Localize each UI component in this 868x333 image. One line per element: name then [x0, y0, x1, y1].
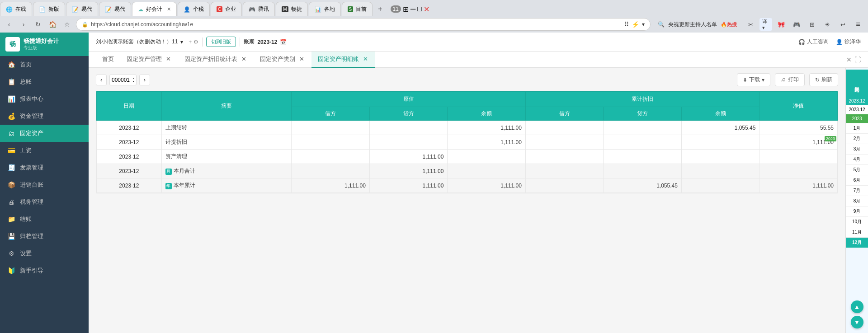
table-row: 2023-12 年本年累计 1,111.00 1,111.00 1,111.00… [97, 178, 838, 193]
tab-asset-category-close[interactable]: ✕ [298, 56, 305, 63]
period-month-1[interactable]: 1月 [846, 123, 868, 134]
download-button[interactable]: ⬇ 下载 ▾ [737, 73, 770, 86]
period-month-7[interactable]: 7月 [846, 186, 868, 196]
url-bar[interactable]: 🔒 https://cloud.chanjet.com/accounting/u… [76, 18, 651, 31]
period-2023-12-first[interactable]: 2023.12 [846, 97, 868, 105]
cell-orig-balance: 1,111.00 [448, 135, 526, 150]
sidebar-item-settings[interactable]: ⚙ 设置 [0, 245, 89, 262]
tab-fixed-assets-mgmt[interactable]: 固定资产管理 ✕ [120, 52, 178, 68]
close-all-icon[interactable]: ✕ [846, 56, 852, 63]
tab-depreciation-stats-close[interactable]: ✕ [240, 56, 247, 63]
new-tab-button[interactable]: + [373, 2, 387, 16]
browser-tab-yidai2[interactable]: 📝 易代 [99, 2, 131, 16]
cell-dep-credit [604, 135, 682, 150]
browser-tab-yidai1[interactable]: 📝 易代 [66, 2, 98, 16]
fullscreen-icon[interactable]: ⛶ [854, 56, 861, 63]
period-month-5[interactable]: 5月 [846, 165, 868, 175]
company-selector[interactable]: 刘小艳演示账套（勿删勿动！）11 ▾ [96, 38, 183, 46]
period-month-11[interactable]: 11月 [846, 227, 868, 238]
browser-tab-qiye[interactable]: C 企业 [211, 2, 242, 16]
tab-asset-category[interactable]: 固定资产类别 ✕ [254, 52, 311, 68]
next-page-button[interactable]: › [139, 75, 150, 85]
page-number-input[interactable] [109, 75, 137, 85]
game-icon[interactable]: 🎮 [790, 18, 803, 31]
period-2023-12-second[interactable]: 2023.12 [846, 105, 868, 114]
wallet-icon[interactable]: 🎀 [775, 18, 788, 31]
tab-fixed-assets-mgmt-close[interactable]: ✕ [165, 56, 172, 63]
tab-asset-detail-close[interactable]: ✕ [362, 56, 369, 63]
browser-tab-new[interactable]: 📄 新版 [33, 2, 65, 16]
cell-date: 2023-12 [97, 135, 162, 150]
headset-icon: 🎧 [798, 39, 805, 45]
browser-tab-tencent[interactable]: 🎮 腾讯 [243, 2, 275, 16]
scroll-up-button[interactable]: ▲ [851, 300, 863, 313]
browser-tab-changjie[interactable]: M 畅捷 [276, 2, 307, 16]
qr-icon[interactable]: ⠿ [624, 21, 629, 28]
sidebar-item-funds[interactable]: 💰 资金管理 [0, 108, 89, 125]
browser-tab-geshui[interactable]: 👤 个税 [178, 2, 210, 16]
tax-icon: 🖨 [7, 198, 15, 206]
refresh-button[interactable]: ↻ [33, 19, 43, 30]
maximize-icon[interactable]: □ [417, 5, 422, 13]
prev-page-button[interactable]: ‹ [96, 75, 107, 85]
browser-tab-gedi[interactable]: 📊 各地 [309, 2, 341, 16]
brightness-icon[interactable]: ☀ [821, 18, 834, 31]
scissors-icon[interactable]: ✂ [744, 18, 757, 31]
browser-close-icon[interactable]: ✕ [424, 5, 429, 14]
minimize-icon[interactable]: ─ [410, 5, 415, 13]
menu-icon[interactable]: ≡ [852, 18, 864, 31]
bookmark-button[interactable]: ☆ [61, 19, 72, 30]
sidebar-item-tax[interactable]: 🖨 税务管理 [0, 193, 89, 211]
sidebar-item-guide[interactable]: 🔰 新手引导 [0, 262, 89, 279]
tab-close-icon[interactable]: ✕ [167, 6, 171, 12]
forward-button[interactable]: › [18, 19, 29, 30]
sidebar-item-close-period[interactable]: 📁 结账 [0, 211, 89, 228]
tab-home[interactable]: 首页 [96, 52, 120, 68]
scroll-down-button[interactable]: ▼ [851, 316, 863, 328]
dropdown-arrow[interactable]: ▾ [642, 21, 645, 28]
sidebar-item-home[interactable]: 🏠 首页 [0, 56, 89, 73]
period-month-9[interactable]: 9月 [846, 206, 868, 217]
tab-depreciation-stats[interactable]: 固定资产折旧统计表 ✕ [178, 52, 254, 68]
back-button[interactable]: ‹ [4, 19, 14, 30]
refresh-button-toolbar[interactable]: ↻ 刷新 [809, 73, 838, 86]
period-month-6[interactable]: 6月 [846, 175, 868, 186]
switch-version-button[interactable]: 切到旧版 [206, 37, 236, 47]
lightning-icon[interactable]: ⚡ [632, 21, 639, 28]
consultant-button[interactable]: 🎧 人工咨询 [798, 38, 829, 46]
tab-list-icon[interactable]: ⊞ [403, 5, 409, 14]
search-bar[interactable]: 🔍 央视更新主持人名单 🔥热搜 [654, 21, 741, 28]
sidebar-item-general-ledger[interactable]: 📋 总账 [0, 73, 89, 90]
user-profile[interactable]: 👤 徐泽华 [836, 38, 861, 46]
browser-tab-haokuaiji[interactable]: ☁ 好会计 ✕ [132, 2, 177, 16]
sidebar-header: 畅 畅捷通好会计 专业版 [0, 33, 89, 56]
period-month-3[interactable]: 3月 [846, 144, 868, 155]
period-month-8[interactable]: 8月 [846, 196, 868, 206]
sidebar-item-inventory[interactable]: 📦 进销台账 [0, 176, 89, 193]
sidebar-item-reports[interactable]: 📊 报表中心 [0, 90, 89, 108]
cell-summary: 年本年累计 [161, 178, 292, 193]
sidebar-item-invoices[interactable]: 🧾 发票管理 [0, 159, 89, 176]
translate-icon[interactable]: 译▾ [760, 18, 772, 31]
print-button[interactable]: 🖨 打印 [775, 73, 805, 86]
tab-asset-detail[interactable]: 固定资产明细账 ✕ [311, 52, 375, 68]
sidebar-item-archive[interactable]: 💾 归档管理 [0, 228, 89, 245]
period-month-10[interactable]: 10月 [846, 217, 868, 227]
brand-edition: 专业版 [24, 45, 59, 51]
period-month-4[interactable]: 4月 [846, 155, 868, 165]
home-button[interactable]: 🏠 [47, 19, 58, 30]
undo-icon[interactable]: ↩ [836, 18, 849, 31]
browser-tab-online[interactable]: 🌐 在线 [0, 2, 32, 16]
period-2023-year[interactable]: 2023 [846, 114, 868, 123]
grid-icon[interactable]: ⊞ [806, 18, 818, 31]
add-company-button[interactable]: + [189, 39, 192, 45]
calendar-icon[interactable]: 📅 [280, 39, 287, 45]
settings-gear-icon[interactable]: ⚙ [193, 39, 198, 45]
cell-dep-balance [681, 178, 760, 193]
sidebar-item-payroll[interactable]: 💳 工资 [0, 142, 89, 159]
browser-tab-muqian[interactable]: S 目前 [342, 2, 373, 16]
col-date: 日期 [97, 92, 162, 121]
period-month-12[interactable]: 12月 [846, 238, 868, 248]
period-month-2[interactable]: 2月 [846, 134, 868, 144]
sidebar-item-fixed-assets[interactable]: 🗂 固定资产 [0, 125, 89, 142]
